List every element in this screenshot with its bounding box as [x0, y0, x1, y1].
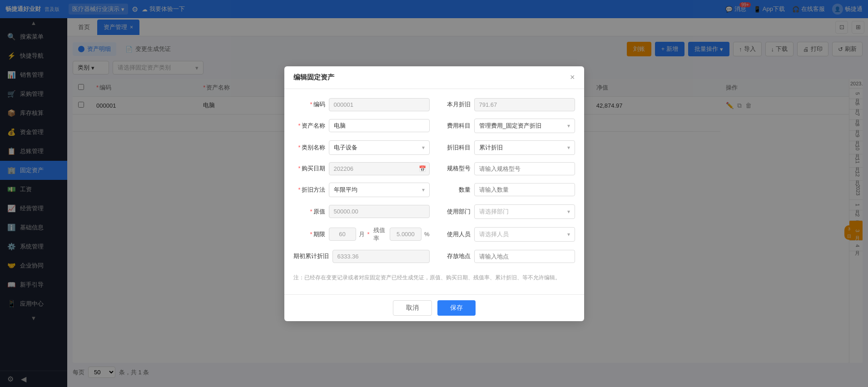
modal-close-btn[interactable]: × [570, 73, 575, 82]
expense-subject-select[interactable]: 管理费用_固定资产折旧 ▾ [474, 119, 575, 133]
period-unit: 月 [359, 230, 365, 238]
chevron-down-icon: ▾ [422, 144, 425, 151]
depreciation-method-label: *折旧方法 [293, 186, 325, 194]
monthly-depreciation-label: 本月折旧 [439, 100, 471, 109]
quantity-input[interactable] [474, 183, 575, 196]
calendar-icon[interactable]: 📅 [419, 165, 426, 172]
modal-note: 注：已经存在变更记录或者对应固定资产已经生成凭证，原值、购买日期、残值率、累计折… [293, 270, 575, 285]
department-label: 使用部门 [439, 208, 471, 216]
code-label: *编码 [293, 100, 325, 109]
chevron-down-icon: ▾ [567, 123, 570, 129]
save-button[interactable]: 保存 [437, 300, 476, 316]
residual-rate-label: 残值率 [373, 226, 387, 243]
period-label: *期限 [293, 230, 325, 238]
cancel-button[interactable]: 取消 [393, 300, 432, 316]
period-input [329, 228, 356, 241]
depreciation-method-select[interactable]: 年限平均 ▾ [329, 183, 430, 197]
expense-subject-label: 费用科目 [439, 122, 471, 130]
storage-label: 存放地点 [439, 252, 471, 260]
spec-model-input[interactable] [474, 162, 575, 175]
quantity-label: 数量 [439, 186, 471, 194]
code-input[interactable] [329, 98, 430, 111]
user-select[interactable]: 请选择人员 ▾ [474, 227, 575, 242]
edit-asset-modal: 编辑固定资产 × *编码 本月折旧 *资产名称 [284, 66, 584, 321]
category-label: *类别名称 [293, 144, 325, 152]
original-value-input [329, 205, 430, 218]
purchase-date-label: *购买日期 [293, 164, 325, 173]
asset-name-input[interactable] [329, 119, 430, 132]
spec-model-label: 规格型号 [439, 164, 471, 173]
residual-star: * [367, 231, 370, 238]
asset-name-label: *资产名称 [293, 122, 325, 130]
chevron-down-icon: ▾ [567, 208, 570, 215]
residual-rate-input [390, 228, 422, 241]
original-value-label: *原值 [293, 208, 325, 216]
chevron-down-icon: ▾ [567, 144, 570, 151]
initial-acc-depreciation-label: 期初累计折旧 [293, 252, 329, 260]
monthly-depreciation-input [474, 98, 575, 111]
percent-unit: % [424, 231, 430, 238]
purchase-date-input[interactable] [329, 162, 430, 175]
user-label: 使用人员 [439, 230, 471, 238]
storage-input[interactable] [474, 250, 575, 263]
modal-title: 编辑固定资产 [293, 73, 334, 82]
department-select[interactable]: 请选择部门 ▾ [474, 204, 575, 219]
category-select[interactable]: 电子设备 ▾ [329, 140, 430, 155]
chevron-down-icon: ▾ [567, 231, 570, 238]
modal-overlay: 编辑固定资产 × *编码 本月折旧 *资产名称 [0, 0, 868, 387]
initial-acc-depreciation-input [332, 250, 430, 263]
chevron-down-icon: ▾ [422, 187, 425, 193]
depreciation-subject-label: 折旧科目 [439, 144, 471, 152]
depreciation-subject-select[interactable]: 累计折旧 ▾ [474, 140, 575, 155]
